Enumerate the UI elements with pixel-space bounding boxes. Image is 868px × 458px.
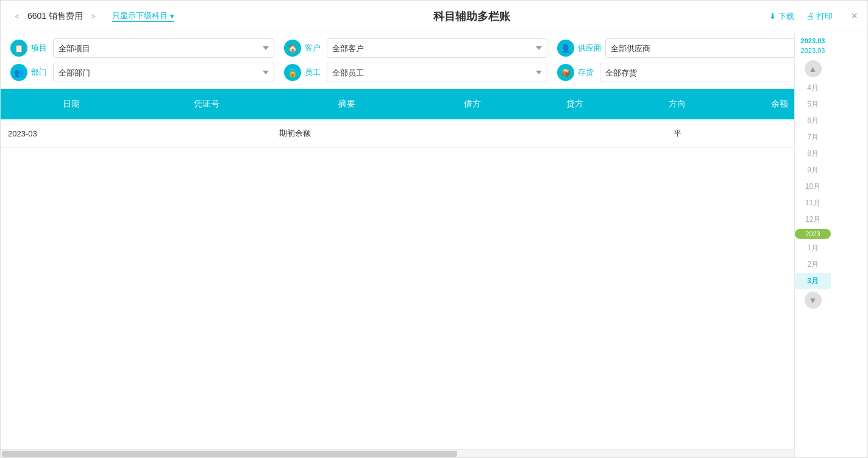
- filter-item-customer: 🏠 客户 全部客户: [284, 38, 548, 58]
- show-sub-label: 只显示下级科目: [112, 10, 168, 21]
- col-credit: 贷方: [524, 89, 626, 119]
- cell-voucher: [142, 119, 272, 148]
- top-actions: ⬇ 下载 🖨 打印 ×: [769, 10, 858, 23]
- print-label: 打印: [817, 11, 833, 22]
- main-window: ＜ 6601 销售费用 ＞ 只显示下级科目 ▾ 科目辅助多栏账 ⬇ 下载 🖨 打…: [0, 0, 868, 458]
- sidebar-month-1[interactable]: 1月: [795, 240, 831, 256]
- print-icon: 🖨: [806, 12, 814, 21]
- filter-item-employee: 🔒 员工 全部员工: [284, 63, 548, 82]
- download-label: 下载: [778, 11, 794, 22]
- supplier-select[interactable]: 全部供应商: [605, 38, 821, 58]
- col-debit: 借方: [421, 89, 524, 119]
- filter-item-inventory: 📦 存货 全部存货: [557, 63, 821, 82]
- sidebar-month-10[interactable]: 10月: [795, 178, 831, 195]
- sidebar-month-9[interactable]: 9月: [795, 162, 831, 178]
- employee-label: 员工: [305, 67, 323, 78]
- sidebar-period-header-2: 2023.03: [801, 47, 825, 54]
- customer-select[interactable]: 全部客户: [327, 38, 548, 58]
- inventory-label: 存货: [578, 67, 596, 78]
- sidebar-month-12[interactable]: 12月: [795, 211, 831, 228]
- content-area: 📋 项目 全部项目 🏠 客户 全部客户 👤: [1, 32, 831, 457]
- filter-item-project: 📋 项目 全部项目: [10, 38, 274, 58]
- page-title: 科目辅助多栏账: [174, 9, 769, 24]
- project-select[interactable]: 全部项目: [53, 38, 274, 58]
- customer-label: 客户: [305, 43, 323, 54]
- download-button[interactable]: ⬇ 下载: [769, 11, 794, 22]
- customer-icon: 🏠: [284, 40, 301, 57]
- filter-bar: 📋 项目 全部项目 🏠 客户 全部客户 👤: [1, 32, 831, 89]
- sidebar-month-7[interactable]: 7月: [795, 129, 831, 146]
- table-row: 2023-03 期初余额 平: [1, 119, 831, 148]
- sidebar-period-header-1: 2023.03: [801, 37, 825, 44]
- project-label: 项目: [31, 43, 49, 54]
- sidebar-month-4[interactable]: 4月: [795, 80, 831, 96]
- sidebar-up-button[interactable]: ▲: [805, 60, 822, 77]
- scrollbar-thumb[interactable]: [2, 451, 457, 457]
- sidebar-month-8[interactable]: 8月: [795, 146, 831, 162]
- supplier-label: 供应商: [578, 43, 602, 54]
- sidebar-month-5[interactable]: 5月: [795, 96, 831, 113]
- department-select[interactable]: 全部部门: [53, 63, 274, 82]
- account-code: 6601 销售费用: [27, 11, 83, 22]
- filter-item-supplier: 👤 供应商 全部供应商: [557, 38, 821, 58]
- print-button[interactable]: 🖨 打印: [806, 11, 833, 22]
- sidebar-month-11[interactable]: 11月: [795, 195, 831, 211]
- main-content: 📋 项目 全部项目 🏠 客户 全部客户 👤: [1, 32, 831, 457]
- top-bar: ＜ 6601 销售费用 ＞ 只显示下级科目 ▾ 科目辅助多栏账 ⬇ 下载 🖨 打…: [1, 1, 867, 32]
- prev-arrow[interactable]: ＜: [10, 10, 24, 23]
- download-icon: ⬇: [769, 12, 776, 21]
- sidebar-year-2023[interactable]: 2023: [795, 229, 831, 239]
- table-wrapper: 日期 凭证号 摘要 借方 贷方 方向 余额 2023-03 期初余额: [1, 89, 831, 449]
- filter-item-department: 👥 部门 全部部门: [10, 63, 274, 82]
- supplier-icon: 👤: [557, 40, 574, 57]
- sidebar-down-button[interactable]: ▼: [805, 292, 822, 309]
- col-summary: 摘要: [272, 89, 421, 119]
- dropdown-arrow: ▾: [170, 12, 174, 21]
- sidebar-month-2[interactable]: 2月: [795, 256, 831, 273]
- department-icon: 👥: [10, 64, 27, 81]
- col-direction: 方向: [626, 89, 728, 119]
- close-button[interactable]: ×: [851, 10, 858, 23]
- employee-icon: 🔒: [284, 64, 301, 81]
- show-sub-toggle[interactable]: 只显示下级科目 ▾: [112, 10, 174, 22]
- employee-select[interactable]: 全部员工: [327, 63, 548, 82]
- filter-row-2: 👥 部门 全部部门 🔒 员工 全部员工 📦: [10, 63, 821, 82]
- table-header-row: 日期 凭证号 摘要 借方 贷方 方向 余额: [1, 89, 831, 119]
- bottom-scrollbar[interactable]: [1, 449, 831, 457]
- data-table: 日期 凭证号 摘要 借方 贷方 方向 余额 2023-03 期初余额: [1, 89, 831, 148]
- project-icon: 📋: [10, 40, 27, 57]
- sidebar-month-6[interactable]: 6月: [795, 113, 831, 129]
- inventory-select[interactable]: 全部存货: [600, 63, 821, 82]
- col-date: 日期: [1, 89, 142, 119]
- sidebar-month-3-current[interactable]: 3月: [795, 273, 831, 289]
- filter-row-1: 📋 项目 全部项目 🏠 客户 全部客户 👤: [10, 38, 821, 58]
- cell-debit: [421, 119, 524, 148]
- col-voucher: 凭证号: [142, 89, 272, 119]
- right-sidebar: 2023.03 2023.03 ▲ 4月 5月 6月 7月 8月 9月 10月 …: [794, 32, 831, 457]
- cell-credit: [524, 119, 626, 148]
- cell-date: 2023-03: [1, 119, 142, 148]
- department-label: 部门: [31, 67, 49, 78]
- inventory-icon: 📦: [557, 64, 574, 81]
- table-body: 2023-03 期初余额 平: [1, 119, 831, 148]
- next-arrow[interactable]: ＞: [87, 10, 100, 23]
- cell-direction: 平: [626, 119, 728, 148]
- cell-summary: 期初余额: [272, 119, 421, 148]
